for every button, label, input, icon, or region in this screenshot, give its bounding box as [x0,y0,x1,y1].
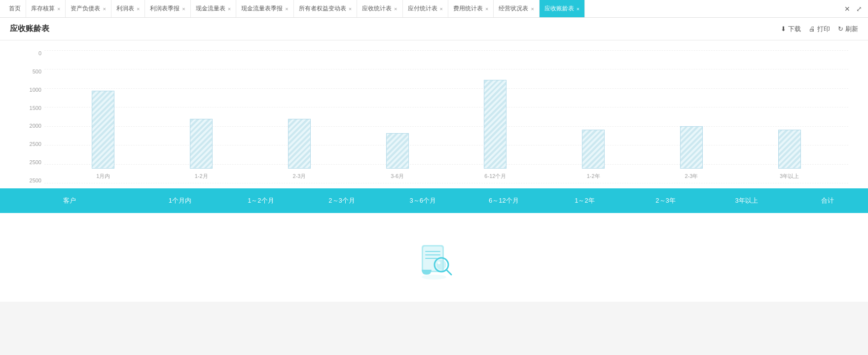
download-label: 下载 [788,25,801,34]
print-label: 打印 [817,25,830,34]
table-header: 客户1个月内1～2个月2～3个月3～6个月6～12个月1～2年2～3年3年以上合… [0,188,868,213]
svg-point-9 [437,261,440,264]
tab-receivable-aging[interactable]: 应收账龄表× [540,0,585,18]
header-actions: ⬇ 下载 🖨 打印 ↻ 刷新 [781,25,858,34]
tab-cashflow[interactable]: 现金流量表× [191,0,236,18]
chart-bar [484,80,506,169]
tab-close-receivable-aging[interactable]: × [577,6,579,12]
download-icon: ⬇ [781,25,786,33]
y-label: 1000 [30,87,41,93]
tab-close-profit[interactable]: × [137,6,140,12]
tab-close-balance-sheet[interactable]: × [103,6,106,12]
bar-group [680,50,703,169]
y-label: 2500 [30,178,41,183]
print-button[interactable]: 🖨 打印 [809,25,830,34]
table-header-year3plus: 3年以上 [706,196,787,205]
chart-bar [582,130,605,169]
table-header-total: 合计 [787,196,868,205]
tab-payable-stat[interactable]: 应付统计表× [403,0,448,18]
y-label: 0 [38,50,41,56]
tab-cashflow-quarterly[interactable]: 现金流量表季报× [236,0,293,18]
tab-operation[interactable]: 经营状况表× [494,0,539,18]
empty-state [0,213,868,302]
x-label: 2-3月 [251,169,349,183]
maximize-window-button[interactable]: ⤢ [854,3,864,15]
x-label: 2-3年 [643,169,741,183]
tab-profit[interactable]: 利润表× [111,0,145,18]
page-header: 应收账龄表 ⬇ 下载 🖨 打印 ↻ 刷新 [0,18,868,40]
tab-label-balance-sheet: 资产负债表 [71,4,100,13]
tab-close-cashflow[interactable]: × [228,6,231,12]
table-header-year1to2: 1～2年 [544,196,625,205]
tab-balance-sheet[interactable]: 资产负债表× [66,0,111,18]
y-label: 2500 [30,159,41,165]
chart-bar [190,119,213,169]
bar-group [190,50,213,169]
bar-group [92,50,114,169]
refresh-icon: ↻ [838,25,843,33]
chart-bar [778,130,801,169]
tab-label-receivable-aging: 应收账龄表 [544,4,574,13]
empty-state-icon [409,233,459,282]
svg-point-7 [436,260,446,270]
tab-label-cashflow-quarterly: 现金流量表季报 [241,4,283,13]
x-label: 1月内 [54,169,152,183]
tab-inventory[interactable]: 库存核算× [26,0,66,18]
bar-group [582,50,605,169]
page-title: 应收账龄表 [10,24,49,34]
table-header-year2to3: 2～3年 [625,196,706,205]
tab-receivable-stat[interactable]: 应收统计表× [357,0,402,18]
tab-close-operation[interactable]: × [531,6,534,12]
refresh-label: 刷新 [845,25,858,34]
tab-label-profit: 利润表 [116,4,134,13]
tab-equity[interactable]: 所有者权益变动表× [294,0,357,18]
tab-close-profit-quarterly[interactable]: × [182,6,185,12]
tab-close-expense-stat[interactable]: × [485,6,488,12]
tab-profit-quarterly[interactable]: 利润表季报× [145,0,190,18]
y-axis: 2500250025002000150010005000 [20,50,44,183]
x-label: 3年以上 [740,169,838,183]
tab-label-payable-stat: 应付统计表 [408,4,437,13]
main-content: 2500250025002000150010005000 1月内1-2月2-3月… [0,40,868,302]
tab-label-equity: 所有者权益变动表 [299,4,346,13]
close-window-button[interactable]: ✕ [842,3,852,15]
tab-label-profit-quarterly: 利润表季报 [150,4,180,13]
tab-bar: 首页库存核算×资产负债表×利润表×利润表季报×现金流量表×现金流量表季报×所有者… [0,0,868,18]
tab-label-expense-stat: 费用统计表 [453,4,483,13]
chart-bar [680,126,703,169]
table-header-month1: 1个月内 [140,196,220,205]
bar-group [288,50,311,169]
x-label: 1-2年 [544,169,643,183]
bar-group [386,50,409,169]
tab-expense-stat[interactable]: 费用统计表× [448,0,494,18]
tab-close-equity[interactable]: × [349,6,352,12]
tab-close-payable-stat[interactable]: × [440,6,443,12]
table-header-month1to2: 1～2个月 [220,196,301,205]
x-label: 1-2月 [152,169,251,183]
bar-group [778,50,801,169]
chart-bar [92,91,114,169]
x-label: 3-6月 [348,169,446,183]
x-label: 6-12个月 [446,169,544,183]
bar-group [484,50,506,169]
tab-label-receivable-stat: 应收统计表 [362,4,392,13]
table-section: 客户1个月内1～2个月2～3个月3～6个月6～12个月1～2年2～3年3年以上合… [0,188,868,213]
table-header-customer: 客户 [0,196,140,205]
chart-bar [288,119,311,169]
tab-home[interactable]: 首页 [4,0,26,18]
tab-close-cashflow-quarterly[interactable]: × [285,6,288,12]
tab-close-inventory[interactable]: × [57,6,60,12]
print-icon: 🖨 [809,25,815,33]
window-actions: ✕ ⤢ [842,3,864,15]
tab-label-cashflow: 现金流量表 [196,4,225,13]
y-label: 500 [33,69,41,74]
svg-point-0 [422,275,446,280]
tab-label-operation: 经营状况表 [499,4,528,13]
download-button[interactable]: ⬇ 下载 [781,25,801,34]
table-header-month6to12: 6～12个月 [463,196,544,205]
table-header-month2to3: 2～3个月 [301,196,382,205]
svg-line-8 [446,270,451,275]
tab-label-home: 首页 [9,4,21,13]
tab-close-receivable-stat[interactable]: × [394,6,397,12]
refresh-button[interactable]: ↻ 刷新 [838,25,858,34]
